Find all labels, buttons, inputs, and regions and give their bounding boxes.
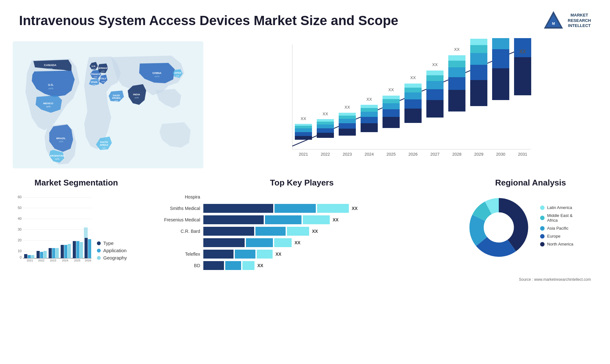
svg-text:2027: 2027 — [430, 152, 440, 157]
svg-rect-96 — [470, 80, 487, 106]
svg-rect-78 — [404, 88, 422, 92]
svg-text:2030: 2030 — [496, 152, 505, 157]
svg-text:xx%: xx% — [48, 87, 53, 90]
svg-text:XX: XX — [519, 49, 526, 54]
fresenius-value: XX — [333, 217, 339, 222]
main-content: CANADA xx% U.S. xx% MEXICO xx% BRAZIL xx… — [0, 38, 610, 172]
player-row-smiths: Smiths Medical XX — [149, 204, 454, 213]
crbard-value: XX — [312, 229, 318, 234]
player-bar-teleflex: XX — [203, 250, 454, 259]
crbard-bar-2 — [255, 227, 286, 236]
player-bar-hospira — [203, 192, 454, 201]
svg-rect-50 — [317, 122, 334, 125]
top-players-section: Top Key Players Hospira Smiths Medical X… — [149, 178, 454, 273]
svg-text:xx%: xx% — [102, 147, 106, 149]
geography-label: Geography — [103, 255, 127, 260]
crbard-bar-3 — [287, 227, 309, 236]
svg-rect-41 — [295, 132, 312, 136]
svg-rect-69 — [383, 109, 400, 117]
bd-bar-3 — [242, 261, 254, 270]
svg-rect-72 — [383, 96, 400, 99]
page-title: Intravenous System Access Devices Market… — [19, 13, 398, 28]
anon-bar-2 — [246, 238, 273, 247]
europe-dot — [540, 234, 545, 239]
svg-rect-56 — [339, 119, 356, 123]
svg-rect-43 — [295, 126, 312, 128]
svg-rect-133 — [49, 248, 52, 258]
svg-text:XX: XX — [454, 47, 460, 52]
svg-text:2021: 2021 — [299, 152, 308, 157]
player-name-bd: BD — [149, 263, 200, 268]
svg-rect-85 — [426, 75, 444, 81]
svg-rect-75 — [404, 109, 422, 123]
regional-title: Regional Analysis — [464, 178, 597, 188]
svg-text:2026: 2026 — [409, 152, 418, 157]
svg-rect-44 — [295, 124, 312, 126]
teleflex-bar-3 — [257, 250, 273, 259]
svg-rect-125 — [24, 254, 27, 258]
svg-text:2024: 2024 — [365, 152, 374, 157]
growth-chart-section: XX 2021 XX 2022 XX 2023 XX 20 — [210, 38, 597, 172]
north-america-label: North America — [547, 242, 573, 246]
legend-north-america: North America — [540, 242, 597, 246]
svg-text:xx%: xx% — [176, 75, 180, 77]
svg-rect-86 — [426, 71, 444, 75]
svg-text:2023: 2023 — [343, 152, 352, 157]
middle-east-label: Middle East &Africa — [547, 213, 573, 223]
svg-rect-58 — [339, 113, 356, 116]
svg-rect-108 — [514, 38, 531, 57]
segmentation-chart: 60 50 40 30 20 10 0 — [13, 192, 92, 262]
svg-text:ITALY: ITALY — [100, 78, 106, 80]
svg-rect-105 — [492, 38, 509, 49]
svg-rect-76 — [404, 99, 422, 109]
crbard-bar-1 — [203, 227, 254, 236]
svg-rect-147 — [84, 227, 88, 238]
svg-text:xx%: xx% — [59, 140, 63, 143]
svg-text:CHINA: CHINA — [152, 71, 162, 75]
svg-text:50: 50 — [18, 206, 22, 210]
svg-text:XX: XX — [476, 38, 482, 39]
svg-rect-48 — [317, 128, 334, 133]
bd-value: XX — [257, 263, 263, 268]
growth-chart-svg: XX 2021 XX 2022 XX 2023 XX 20 — [210, 38, 597, 172]
player-bar-anon: XX — [203, 238, 454, 247]
segmentation-legend: Type Application Geography — [97, 240, 127, 262]
svg-text:xx%: xx% — [101, 81, 105, 83]
svg-rect-54 — [339, 129, 356, 136]
legend-latin-america: Latin America — [540, 205, 597, 210]
anon-bar-3 — [274, 238, 292, 247]
svg-rect-97 — [470, 65, 487, 80]
application-dot — [97, 249, 101, 253]
svg-text:2022: 2022 — [38, 259, 44, 262]
svg-text:2028: 2028 — [452, 152, 462, 157]
logo-icon: M — [542, 10, 565, 32]
svg-text:XX: XX — [344, 105, 350, 110]
segmentation-section: Market Segmentation 60 50 40 30 20 10 0 — [13, 178, 140, 273]
svg-text:xx%: xx% — [101, 70, 105, 72]
svg-text:xx%: xx% — [55, 158, 59, 160]
svg-text:2021: 2021 — [27, 259, 33, 262]
svg-rect-104 — [492, 49, 509, 68]
svg-rect-71 — [383, 99, 400, 103]
svg-rect-129 — [37, 251, 40, 258]
player-row-bd: BD XX — [149, 261, 454, 270]
logo-text: MARKETRESEARCHINTELLECT — [568, 13, 591, 29]
legend-type: Type — [97, 240, 127, 246]
svg-text:xx%: xx% — [92, 84, 96, 86]
svg-rect-134 — [52, 248, 55, 258]
player-name-crbard: C.R. Bard — [149, 229, 200, 234]
svg-rect-62 — [361, 117, 378, 123]
header: Intravenous System Access Devices Market… — [0, 0, 610, 38]
svg-text:FRANCE: FRANCE — [91, 73, 100, 75]
svg-rect-82 — [426, 100, 444, 118]
svg-rect-40 — [295, 136, 312, 140]
svg-text:ARGENTINA: ARGENTINA — [50, 154, 65, 157]
svg-rect-135 — [56, 248, 59, 258]
legend-geography: Geography — [97, 255, 127, 260]
segmentation-title: Market Segmentation — [13, 178, 140, 188]
svg-rect-91 — [448, 67, 465, 77]
svg-text:XX: XX — [366, 97, 372, 102]
player-row-crbard: C.R. Bard XX — [149, 227, 454, 236]
fresenius-bar-2 — [265, 215, 302, 224]
svg-text:0: 0 — [20, 255, 22, 259]
